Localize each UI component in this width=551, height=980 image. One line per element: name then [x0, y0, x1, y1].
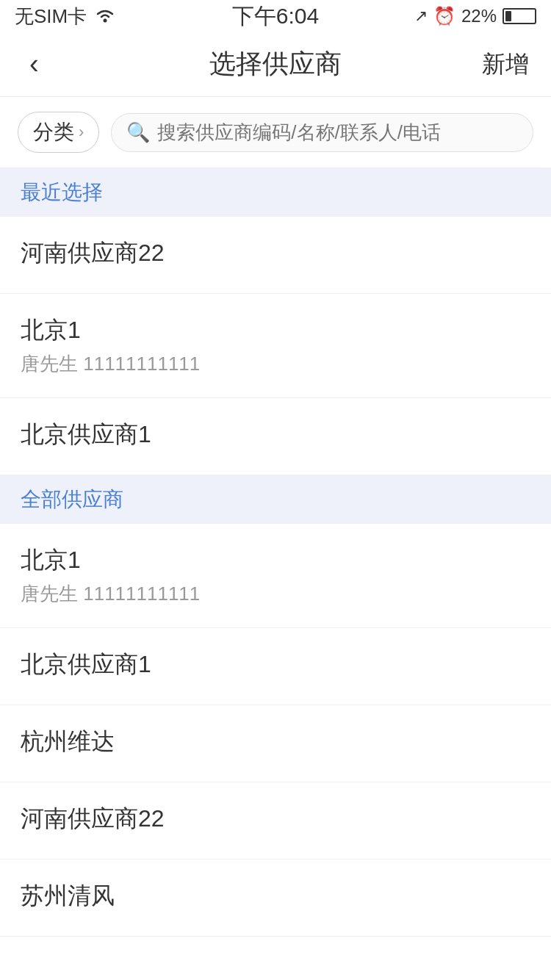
- search-box: 🔍: [111, 113, 533, 152]
- chevron-right-icon: ›: [79, 123, 84, 142]
- search-input[interactable]: [157, 121, 518, 144]
- recent-list-item[interactable]: 河南供应商22: [0, 217, 551, 294]
- svg-point-0: [104, 18, 107, 22]
- item-name: 河南供应商22: [21, 803, 530, 835]
- all-list-item[interactable]: 河南供应商22: [0, 782, 551, 860]
- all-section-label: 全部供应商: [21, 488, 123, 511]
- item-name: 北京1: [21, 314, 530, 347]
- back-button[interactable]: ‹: [22, 41, 46, 87]
- all-list-item[interactable]: 苏州清风: [0, 860, 551, 937]
- category-button[interactable]: 分类 ›: [18, 112, 99, 153]
- item-sub: 唐先生 11111111111: [21, 581, 530, 607]
- all-list: 北京1唐先生 11111111111北京供应商1杭州维达河南供应商22苏州清风: [0, 524, 551, 937]
- battery-percent: 22%: [461, 6, 497, 26]
- all-list-item[interactable]: 北京供应商1: [0, 628, 551, 705]
- recent-list-item[interactable]: 北京供应商1: [0, 398, 551, 475]
- item-name: 北京供应商1: [21, 419, 530, 451]
- status-time: 下午6:04: [232, 1, 319, 32]
- page-title: 选择供应商: [209, 46, 342, 82]
- item-name: 杭州维达: [21, 726, 530, 758]
- search-icon: 🔍: [126, 121, 150, 144]
- nav-bar: ‹ 选择供应商 新增: [0, 32, 551, 97]
- add-button[interactable]: 新增: [482, 48, 529, 81]
- filter-bar: 分类 › 🔍: [0, 97, 551, 168]
- alarm-icon: ⏰: [433, 6, 455, 26]
- wifi-icon: [94, 5, 116, 28]
- recent-section-label: 最近选择: [21, 181, 103, 203]
- recent-list: 河南供应商22北京1唐先生 11111111111北京供应商1: [0, 217, 551, 475]
- location-icon: ↗: [414, 7, 428, 26]
- battery-icon: [503, 8, 536, 24]
- item-sub: 唐先生 11111111111: [21, 351, 530, 377]
- recent-list-item[interactable]: 北京1唐先生 11111111111: [0, 294, 551, 398]
- all-list-item[interactable]: 杭州维达: [0, 705, 551, 782]
- category-label: 分类: [33, 118, 74, 146]
- item-name: 苏州清风: [21, 880, 530, 912]
- item-name: 北京供应商1: [21, 649, 530, 681]
- status-right: ↗ ⏰ 22%: [414, 6, 536, 26]
- all-list-item[interactable]: 北京1唐先生 11111111111: [0, 524, 551, 628]
- all-section-header: 全部供应商: [0, 475, 551, 524]
- status-bar: 无SIM卡 下午6:04 ↗ ⏰ 22%: [0, 0, 551, 32]
- item-name: 河南供应商22: [21, 237, 530, 270]
- recent-section-header: 最近选择: [0, 168, 551, 217]
- carrier-label: 无SIM卡: [15, 4, 87, 29]
- status-left: 无SIM卡: [15, 4, 116, 29]
- item-name: 北京1: [21, 544, 530, 577]
